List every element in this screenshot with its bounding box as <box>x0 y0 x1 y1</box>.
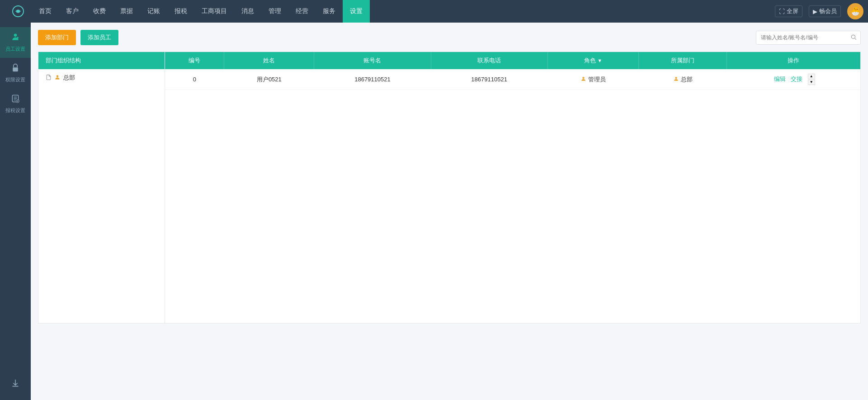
emp-table: 编号 姓名 账号名 联系电话 角色 ▼ 所属部门 操作 0 <box>165 52 860 90</box>
cell-id: 0 <box>165 69 224 90</box>
col-role-label: 角色 <box>584 57 596 64</box>
nav-items: 首页 客户 收费 票据 记账 报税 工商项目 消息 管理 经营 服务 设置 <box>32 0 775 23</box>
cell-name: 用户0521 <box>224 69 314 90</box>
vip-button[interactable]: ▶ 畅会员 <box>809 5 841 17</box>
search-button[interactable] <box>847 31 860 44</box>
dept-tree-header: 部门组织结构 <box>38 52 165 69</box>
file-icon <box>46 74 52 82</box>
add-emp-button[interactable]: 添加员工 <box>80 30 118 45</box>
col-header-name: 姓名 <box>224 52 314 69</box>
col-header-dept: 所属部门 <box>639 52 726 69</box>
sidebar-item-employee[interactable]: 员工设置 <box>0 27 31 58</box>
dept-name: 总部 <box>63 74 75 82</box>
svg-point-13 <box>851 35 855 38</box>
dept-cell-user-icon <box>673 76 679 83</box>
main-content: 添加部门 添加员工 部门组织结构 <box>31 23 868 400</box>
dept-tree: 部门组织结构 总部 <box>38 52 165 323</box>
emp-table-area: 编号 姓名 账号名 联系电话 角色 ▼ 所属部门 操作 0 <box>165 52 860 323</box>
col-header-phone: 联系电话 <box>431 52 547 69</box>
lock-icon <box>11 63 20 75</box>
sidebar-item-permission[interactable]: 权限设置 <box>0 58 31 89</box>
sidebar-item-employee-label: 员工设置 <box>5 46 25 52</box>
sidebar: 员工设置 权限设置 报税设置 <box>0 23 31 400</box>
cell-action: 编辑 交接 ▲ ▼ <box>726 69 860 90</box>
nav-item-tax[interactable]: 报税 <box>167 0 194 23</box>
search-input[interactable] <box>756 32 847 43</box>
cell-dept: 总部 <box>639 69 726 90</box>
nav-item-service[interactable]: 服务 <box>316 0 343 23</box>
svg-point-2 <box>14 34 17 37</box>
sidebar-bottom <box>0 373 31 395</box>
dept-user-icon <box>54 74 61 82</box>
avatar-icon: 🐣 <box>850 6 860 16</box>
nav-item-operation[interactable]: 经营 <box>288 0 316 23</box>
sidebar-item-download[interactable] <box>0 373 31 395</box>
svg-point-17 <box>675 77 677 79</box>
tax-settings-icon <box>11 94 20 105</box>
toolbar: 添加部门 添加员工 <box>38 30 861 45</box>
svg-point-1 <box>17 10 19 13</box>
col-header-role[interactable]: 角色 ▼ <box>547 52 639 69</box>
fullscreen-icon: ⛶ <box>779 8 785 15</box>
top-nav: 首页 客户 收费 票据 记账 报税 工商项目 消息 管理 经营 服务 设置 ⛶ … <box>0 0 868 23</box>
row-scroll-btns: ▲ ▼ <box>808 74 815 85</box>
col-header-id: 编号 <box>165 52 224 69</box>
nav-right: ⛶ 全屏 ▶ 畅会员 🐣 <box>775 3 863 19</box>
cell-account: 18679110521 <box>314 69 431 90</box>
search-box <box>756 31 861 45</box>
employee-icon <box>11 33 20 44</box>
add-dept-button[interactable]: 添加部门 <box>38 30 76 45</box>
svg-rect-4 <box>17 37 18 39</box>
dept-tree-item-root[interactable]: 总部 <box>38 69 165 86</box>
row-up-button[interactable]: ▲ <box>808 74 815 79</box>
dept-value: 总部 <box>681 75 693 84</box>
table-row: 0 用户0521 18679110521 18679110521 <box>165 69 860 90</box>
col-header-account: 账号名 <box>314 52 431 69</box>
fullscreen-button[interactable]: ⛶ 全屏 <box>775 5 802 17</box>
sidebar-item-permission-label: 权限设置 <box>5 76 25 83</box>
nav-item-settings[interactable]: 设置 <box>343 0 370 23</box>
row-down-button[interactable]: ▼ <box>808 80 815 85</box>
svg-point-16 <box>582 77 584 79</box>
cell-phone: 18679110521 <box>431 69 547 90</box>
nav-item-invoice[interactable]: 票据 <box>113 0 140 23</box>
svg-point-15 <box>57 75 59 77</box>
vip-label: 畅会员 <box>819 7 837 15</box>
nav-item-bookkeeping[interactable]: 记账 <box>140 0 167 23</box>
svg-line-14 <box>855 38 856 39</box>
fullscreen-label: 全屏 <box>787 7 798 15</box>
role-filter-icon[interactable]: ▼ <box>597 58 602 63</box>
edit-link[interactable]: 编辑 <box>772 75 788 82</box>
nav-item-customer[interactable]: 客户 <box>59 0 86 23</box>
sidebar-item-taxsettings-label: 报税设置 <box>5 107 25 114</box>
logo <box>5 5 32 18</box>
svg-rect-5 <box>13 67 18 71</box>
sidebar-item-taxsettings[interactable]: 报税设置 <box>0 89 31 119</box>
col-header-action: 操作 <box>726 52 860 69</box>
nav-item-manage[interactable]: 管理 <box>261 0 288 23</box>
vip-icon: ▶ <box>813 8 817 15</box>
avatar[interactable]: 🐣 <box>847 3 863 19</box>
nav-item-business[interactable]: 工商项目 <box>194 0 234 23</box>
download-icon <box>11 379 20 390</box>
nav-item-message[interactable]: 消息 <box>234 0 261 23</box>
nav-item-fee[interactable]: 收费 <box>86 0 113 23</box>
nav-item-home[interactable]: 首页 <box>32 0 59 23</box>
handover-link[interactable]: 交接 <box>789 75 804 82</box>
role-value: 管理员 <box>588 75 606 84</box>
role-user-icon <box>580 76 586 83</box>
cell-role: 管理员 <box>547 69 639 90</box>
content-area: 部门组织结构 总部 <box>38 52 861 324</box>
